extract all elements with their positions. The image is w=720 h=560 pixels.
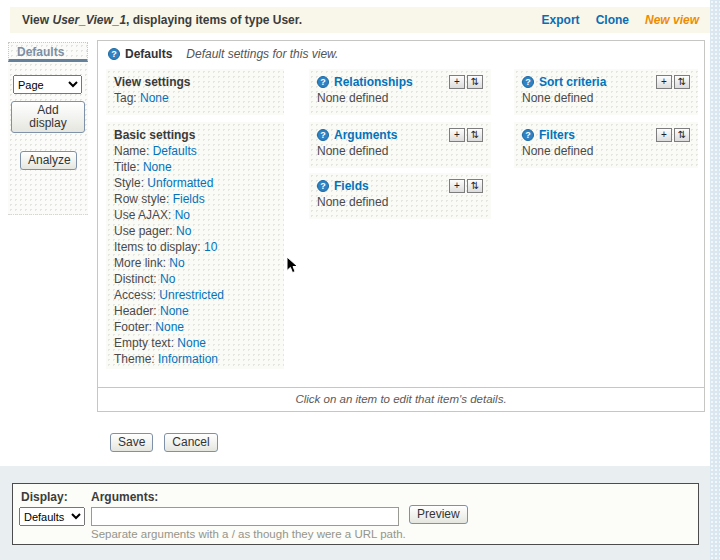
setting-label: Style: <box>114 176 147 190</box>
setting-row: Access: Unrestricted <box>114 287 276 303</box>
arguments-box: ? Arguments + ⇅ None defined <box>309 122 491 168</box>
setting-label: Empty text: <box>114 336 177 350</box>
help-icon[interactable]: ? <box>108 48 120 60</box>
add-icon[interactable]: + <box>449 179 465 193</box>
help-icon[interactable]: ? <box>522 129 534 141</box>
add-icon[interactable]: + <box>656 75 672 89</box>
view-settings-title: View settings <box>114 74 276 90</box>
setting-value-link[interactable]: Defaults <box>153 144 197 158</box>
clone-link[interactable]: Clone <box>596 13 629 27</box>
arguments-input[interactable] <box>91 507 399 526</box>
rearrange-icon[interactable]: ⇅ <box>467 75 483 89</box>
setting-label: Title: <box>114 160 143 174</box>
rearrange-icon[interactable]: ⇅ <box>467 128 483 142</box>
display-settings-panel: ? Defaults Default settings for this vie… <box>97 40 705 412</box>
filters-header: ? Filters + ⇅ <box>522 127 690 143</box>
basic-settings-title: Basic settings <box>114 127 276 143</box>
setting-value-link[interactable]: No <box>176 224 191 238</box>
fields-title-link[interactable]: Fields <box>334 178 369 194</box>
setting-row: Distinct: No <box>114 271 276 287</box>
add-icon[interactable]: + <box>656 128 672 142</box>
arguments-help-text: Separate arguments with a / as though th… <box>91 528 406 540</box>
setting-value-link[interactable]: 10 <box>204 240 217 254</box>
add-icon[interactable]: + <box>449 128 465 142</box>
view-settings-box: View settings Tag: None <box>106 69 284 115</box>
setting-label: More link: <box>114 256 169 270</box>
setting-row: Theme: Information <box>114 351 276 367</box>
setting-label: Row style: <box>114 192 173 206</box>
setting-value-link[interactable]: None <box>155 320 184 334</box>
view-action-links: Export Clone New view <box>542 13 699 27</box>
fields-empty: None defined <box>317 194 483 210</box>
help-icon[interactable]: ? <box>317 76 329 88</box>
fields-box: ? Fields + ⇅ None defined <box>309 173 491 219</box>
relationships-title-link[interactable]: Relationships <box>334 74 413 90</box>
display-label: Display: <box>21 490 68 504</box>
setting-value-link[interactable]: No <box>175 208 190 222</box>
arguments-empty: None defined <box>317 143 483 159</box>
tab-defaults[interactable]: Defaults <box>8 42 88 62</box>
add-icon[interactable]: + <box>449 75 465 89</box>
help-icon[interactable]: ? <box>317 129 329 141</box>
view-summary-text: View User_View_1, displaying items of ty… <box>22 13 302 27</box>
save-button[interactable]: Save <box>110 433 153 452</box>
setting-row: Items to display: 10 <box>114 239 276 255</box>
setting-value-link[interactable]: None <box>177 336 206 350</box>
setting-value-link[interactable]: Unrestricted <box>159 288 224 302</box>
filters-title-link[interactable]: Filters <box>539 127 575 143</box>
preview-display-select[interactable]: Defaults <box>19 507 85 526</box>
help-icon[interactable]: ? <box>317 180 329 192</box>
sort-criteria-empty: None defined <box>522 90 690 106</box>
setting-label: Footer: <box>114 320 155 334</box>
setting-value-link[interactable]: None <box>140 91 169 105</box>
setting-label: Theme: <box>114 352 158 366</box>
form-actions: Save Cancel <box>110 433 218 452</box>
setting-row: Header: None <box>114 303 276 319</box>
new-view-link[interactable]: New view <box>645 13 699 27</box>
help-icon[interactable]: ? <box>522 76 534 88</box>
setting-label: Tag: <box>114 91 140 105</box>
display-sidebar: Defaults Page Add display Analyze <box>8 42 88 218</box>
setting-label: Items to display: <box>114 240 204 254</box>
setting-row: Row style: Fields <box>114 191 276 207</box>
views-ui-page: View User_View_1, displaying items of ty… <box>0 0 720 560</box>
rearrange-icon[interactable]: ⇅ <box>674 75 690 89</box>
preview-form: Display: Defaults Arguments: Preview Sep… <box>12 483 699 545</box>
rearrange-icon[interactable]: ⇅ <box>467 179 483 193</box>
setting-value-link[interactable]: Fields <box>173 192 205 206</box>
export-link[interactable]: Export <box>542 13 580 27</box>
ops-buttons: + ⇅ <box>656 128 690 142</box>
filters-box: ? Filters + ⇅ None defined <box>514 122 698 168</box>
setting-row: Title: None <box>114 159 276 175</box>
ops-buttons: + ⇅ <box>449 75 483 89</box>
message-bar: View User_View_1, displaying items of ty… <box>10 7 711 33</box>
setting-label: Distinct: <box>114 272 160 286</box>
panel-title: Defaults <box>125 47 172 61</box>
ops-buttons: + ⇅ <box>656 75 690 89</box>
setting-value-link[interactable]: None <box>160 304 189 318</box>
setting-row: Name: Defaults <box>114 143 276 159</box>
setting-value-link[interactable]: No <box>160 272 175 286</box>
setting-value-link[interactable]: No <box>169 256 184 270</box>
sidebar-body: Page Add display Analyze <box>8 62 88 215</box>
setting-row: Empty text: None <box>114 335 276 351</box>
ops-buttons: + ⇅ <box>449 128 483 142</box>
setting-label: Name: <box>114 144 153 158</box>
setting-value-link[interactable]: None <box>143 160 172 174</box>
setting-value-link[interactable]: Unformatted <box>147 176 213 190</box>
fields-header: ? Fields + ⇅ <box>317 178 483 194</box>
setting-label: Use AJAX: <box>114 208 175 222</box>
panel-footer-hint: Click on an item to edit that item's det… <box>98 387 704 411</box>
panel-header: ? Defaults Default settings for this vie… <box>98 41 704 67</box>
setting-value-link[interactable]: Information <box>158 352 218 366</box>
add-display-button[interactable]: Add display <box>11 101 85 133</box>
display-type-select[interactable]: Page <box>13 75 82 94</box>
rearrange-icon[interactable]: ⇅ <box>674 128 690 142</box>
sort-criteria-title-link[interactable]: Sort criteria <box>539 74 606 90</box>
preview-button[interactable]: Preview <box>409 505 468 524</box>
cancel-button[interactable]: Cancel <box>164 433 217 452</box>
analyze-button[interactable]: Analyze <box>20 151 77 170</box>
arguments-header: ? Arguments + ⇅ <box>317 127 483 143</box>
arguments-title-link[interactable]: Arguments <box>334 127 397 143</box>
filters-empty: None defined <box>522 143 690 159</box>
